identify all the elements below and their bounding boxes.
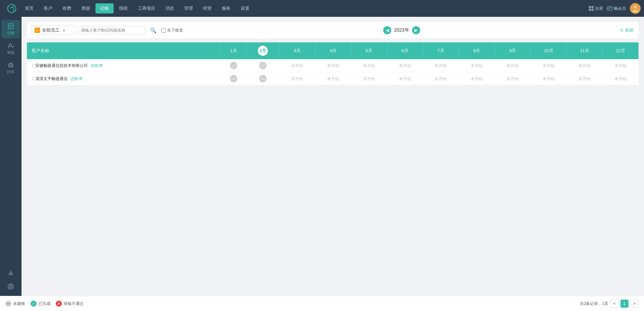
my-accounts-checkbox[interactable]: 名下账套 — [161, 28, 183, 33]
top-nav: 首页 客户 收费 票据 记账 报税 工商项目 消息 管理 经营 服务 设置 全屏… — [0, 0, 644, 17]
nav-message[interactable]: 消息 — [161, 3, 179, 13]
nav-invoice[interactable]: 票据 — [77, 3, 95, 13]
not-started-text: 未开始 — [507, 63, 519, 68]
not-started-text: 未开始 — [363, 63, 375, 68]
not-started-text: 未开始 — [327, 63, 339, 68]
not-started-text: 未开始 — [471, 76, 483, 81]
nav-accounting[interactable]: 记账 — [95, 3, 114, 13]
year-nav: ◀ 2023年 ▶ — [383, 26, 420, 34]
sidebar-item-user[interactable] — [1, 280, 20, 293]
col-jun: 6月 — [387, 42, 423, 59]
legend-label-gray: 未建账 — [13, 301, 25, 307]
month-cell: 未开始 — [459, 72, 495, 85]
nav-service[interactable]: 服务 — [217, 3, 235, 13]
not-started-text: 未开始 — [614, 76, 627, 81]
refresh-label: 刷新 — [625, 27, 634, 33]
booking-table: 客户名称 1月 2月 3月 4月 5月 6月 7月 8月 9月 10月 11月 — [27, 42, 639, 85]
month-cell: 未开始 — [315, 72, 351, 85]
nav-billing[interactable]: 收费 — [58, 3, 76, 13]
nav-manage[interactable]: 管理 — [179, 3, 198, 13]
svg-rect-2 — [589, 6, 591, 8]
month-cell: 未开始 — [351, 72, 387, 85]
col-nov: 11月 — [567, 42, 603, 59]
month-cell: 未开始 — [495, 59, 531, 72]
month-cell: 未开始 — [279, 72, 315, 85]
month-cell: 未开始 — [279, 59, 315, 72]
not-started-text: 未开始 — [291, 76, 303, 81]
month-cell: 未开始 — [459, 59, 495, 72]
month-cell: 未开始 — [567, 59, 603, 72]
not-started-text: 未开始 — [507, 76, 519, 81]
my-accounts-check[interactable] — [161, 28, 166, 33]
nav-tax[interactable]: 报税 — [114, 3, 132, 13]
table-container: 客户名称 1月 2月 3月 4月 5月 6月 7月 8月 9月 10月 11月 — [27, 42, 639, 85]
not-started-text: 未开始 — [542, 76, 555, 81]
nav-customer[interactable]: 客户 — [39, 3, 57, 13]
month-cell: 未开始 — [531, 59, 567, 72]
month-cell: 未开始 — [423, 72, 459, 85]
refresh-icon: ↻ — [620, 28, 624, 33]
next-page-btn[interactable]: > — [631, 300, 639, 308]
not-started-text: 未开始 — [399, 76, 411, 81]
col-may: 5月 — [351, 42, 387, 59]
summary-text: 共2条记录，1页 — [580, 301, 608, 307]
refresh-button[interactable]: ↻ 刷新 — [620, 27, 634, 33]
sidebar-item-download[interactable] — [1, 267, 20, 279]
enter-link[interactable]: 进账簿 — [70, 76, 82, 81]
member-label: 畅会员 — [614, 6, 626, 11]
sidebar-item-accounting[interactable]: 记账 — [1, 20, 20, 38]
col-dec: 12月 — [603, 42, 639, 59]
col-jan: 1月 — [220, 42, 247, 59]
employee-label: 全部员工 — [42, 27, 59, 33]
fullscreen-label: 全屏 — [595, 6, 603, 11]
legend-dot-gray: — — [5, 301, 11, 307]
footer: — 未建账 ✓ 已完成 ✗ 审核不通过 共2条记录，1页 < 1 > — [0, 296, 644, 311]
member-btn[interactable]: 畅会员 — [607, 6, 626, 11]
sidebar: 记账 审核 打印 — [0, 17, 22, 296]
search-input[interactable] — [78, 26, 145, 34]
col-mar: 3月 — [279, 42, 315, 59]
employee-select[interactable]: 人 全部员工 ▾ — [32, 26, 75, 35]
svg-rect-11 — [9, 64, 13, 67]
employee-icon: 人 — [35, 28, 40, 33]
page-1-btn[interactable]: 1 — [620, 300, 629, 308]
not-started-text: 未开始 — [471, 63, 483, 68]
status-dash-icon: — — [259, 75, 267, 82]
table-row: 1安徽畅捷通信息技术有限公司进账簿——未开始未开始未开始未开始未开始未开始未开始… — [27, 59, 639, 72]
client-cell: 1安徽畅捷通信息技术有限公司进账簿 — [27, 59, 220, 72]
not-started-text: 未开始 — [542, 63, 555, 68]
svg-point-1 — [12, 6, 14, 7]
svg-point-0 — [8, 4, 16, 13]
sidebar-accounting-label: 记账 — [7, 31, 14, 36]
search-button[interactable]: 🔍 — [148, 27, 159, 34]
client-name: 安徽畅捷通信息技术有限公司 — [35, 63, 88, 68]
next-year-btn[interactable]: ▶ — [412, 26, 420, 34]
sidebar-item-print[interactable]: 打印 — [1, 59, 20, 77]
nav-operation[interactable]: 经营 — [198, 3, 216, 13]
prev-page-btn[interactable]: < — [610, 300, 618, 308]
legend-dot-red: ✗ — [56, 301, 62, 307]
fullscreen-btn[interactable]: 全屏 — [589, 6, 603, 11]
not-started-text: 未开始 — [614, 63, 627, 68]
legend-label-red: 审核不通过 — [64, 301, 84, 307]
nav-home[interactable]: 首页 — [20, 3, 38, 13]
nav-business[interactable]: 工商项目 — [133, 3, 160, 13]
sidebar-item-audit[interactable]: 审核 — [1, 40, 20, 58]
avatar[interactable] — [630, 3, 641, 14]
not-started-text: 未开始 — [399, 63, 411, 68]
dropdown-icon: ▾ — [63, 28, 65, 33]
app-logo — [3, 4, 20, 13]
month-cell: 未开始 — [387, 59, 423, 72]
svg-point-14 — [10, 285, 12, 287]
col-jul: 7月 — [423, 42, 459, 59]
nav-settings[interactable]: 设置 — [236, 3, 254, 13]
not-started-text: 未开始 — [327, 76, 339, 81]
main-layout: 记账 审核 打印 — [0, 17, 644, 296]
enter-link[interactable]: 进账簿 — [90, 63, 103, 68]
year-display: 2023年 — [394, 27, 409, 33]
prev-year-btn[interactable]: ◀ — [383, 26, 391, 34]
row-index: 2 — [32, 76, 34, 81]
svg-rect-5 — [592, 9, 593, 10]
month-cell: — — [220, 72, 247, 85]
col-apr: 4月 — [315, 42, 351, 59]
